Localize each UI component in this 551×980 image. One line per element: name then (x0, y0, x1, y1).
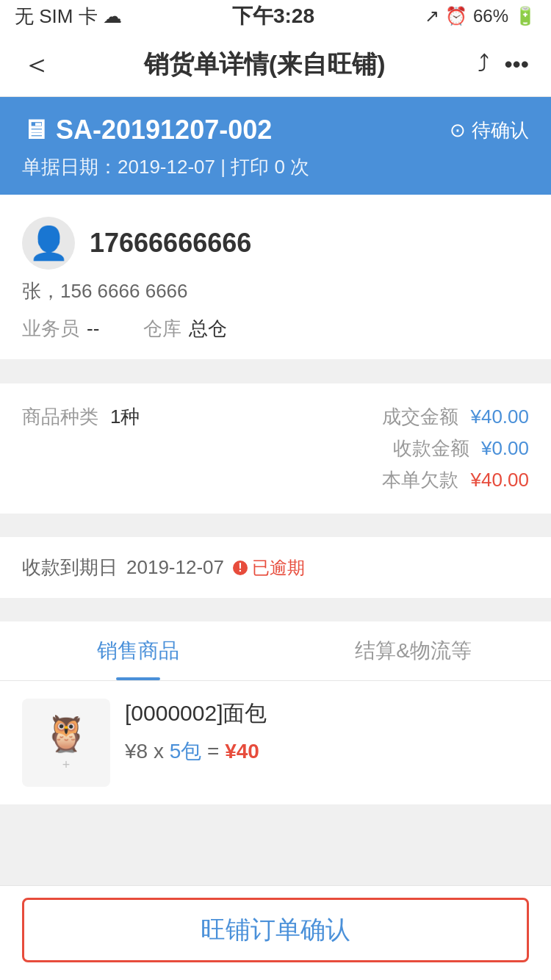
battery-icon: 🔋 (514, 6, 536, 26)
warehouse-value: 总仓 (189, 316, 227, 342)
due-section: 收款到期日 2019-12-07 ! 已逾期 (0, 537, 551, 598)
due-date: 2019-12-07 (126, 556, 224, 579)
warehouse-label: 仓库 (143, 316, 181, 342)
order-id: 🖥 SA-20191207-002 (22, 115, 272, 145)
product-info: [0000002]面包 ¥8 x 5包 = ¥40 (125, 699, 529, 765)
alarm-icon: ⏰ (445, 6, 467, 26)
tab-settlement[interactable]: 结算&物流等 (276, 621, 551, 680)
owed-label: 本单欠款 (382, 467, 458, 493)
receipt-label: 收款金额 (393, 436, 469, 461)
status-right: ↗ ⏰ 66% 🔋 (425, 6, 536, 26)
tabs-section: 销售商品 结算&物流等 🦉 + [0000002]面包 ¥8 x 5包 = ¥4… (0, 621, 551, 804)
status-bar: 无 SIM 卡 ☁ 下午3:28 ↗ ⏰ 66% 🔋 (0, 0, 551, 32)
confirm-order-button[interactable]: 旺铺订单确认 (22, 898, 529, 962)
overdue-badge: ! 已逾期 (233, 556, 305, 580)
battery-status: 66% (473, 6, 508, 26)
share-icon[interactable]: ⤴ (478, 51, 489, 78)
order-header: 🖥 SA-20191207-002 ⊙ 待确认 单据日期：2019-12-07 … (0, 97, 551, 195)
sales-label: 业务员 (22, 316, 79, 342)
status-left: 无 SIM 卡 ☁ (15, 4, 122, 29)
product-total: ¥40 (225, 740, 259, 763)
bottom-btn-container: 旺铺订单确认 (0, 885, 551, 980)
order-icon: 🖥 (22, 115, 48, 145)
product-type-label: 商品种类 (22, 404, 98, 430)
receipt-value: ¥0.00 (481, 437, 529, 460)
divider-1 (0, 360, 551, 372)
customer-section: 👤 17666666666 张，156 6666 6666 业务员 -- 仓库 … (0, 195, 551, 360)
status-text: 待确认 (472, 118, 529, 143)
divider-3 (0, 598, 551, 610)
product-item: 🦉 + [0000002]面包 ¥8 x 5包 = ¥40 (0, 681, 551, 804)
deal-value: ¥40.00 (470, 406, 529, 428)
clock-icon: ⊙ (450, 119, 466, 142)
nav-actions: ⤴ ••• (478, 51, 529, 78)
user-icon: 👤 (29, 224, 69, 262)
page-title: 销货单详情(来自旺铺) (144, 48, 386, 82)
status-time: 下午3:28 (232, 2, 314, 30)
customer-name: 张，156 6666 6666 (22, 278, 529, 304)
tabs-bar: 销售商品 结算&物流等 (0, 621, 551, 681)
more-icon[interactable]: ••• (504, 51, 529, 78)
nav-bar: ＜ 销货单详情(来自旺铺) ⤴ ••• (0, 32, 551, 97)
tab-sales[interactable]: 销售商品 (0, 621, 276, 680)
overdue-icon: ! (233, 561, 248, 575)
customer-phone: 17666666666 (90, 228, 251, 259)
due-label: 收款到期日 (22, 555, 118, 580)
summary-section: 商品种类 1种 成交金额 ¥40.00 收款金额 ¥0.00 本单欠款 ¥40.… (0, 383, 551, 514)
overdue-text: 已逾期 (252, 556, 305, 580)
product-price-row: ¥8 x 5包 = ¥40 (125, 738, 529, 765)
product-logo-plus: + (62, 757, 71, 773)
status-tag: ⊙ 待确认 (450, 118, 529, 143)
product-logo-icon: 🦉 (44, 713, 88, 754)
divider-2 (0, 514, 551, 525)
product-qty: 5包 (170, 740, 202, 763)
product-image: 🦉 + (22, 699, 110, 787)
owed-value: ¥40.00 (470, 469, 529, 491)
customer-meta: 业务员 -- 仓库 总仓 (22, 316, 529, 342)
deal-label: 成交金额 (382, 404, 458, 430)
order-meta: 单据日期：2019-12-07 | 打印 0 次 (22, 154, 529, 180)
sim-status: 无 SIM 卡 ☁ (15, 4, 122, 29)
back-button[interactable]: ＜ (22, 44, 51, 84)
product-name: [0000002]面包 (125, 699, 529, 729)
sales-value: -- (87, 317, 99, 340)
product-type-value: 1种 (110, 404, 140, 430)
avatar: 👤 (22, 217, 75, 270)
location-icon: ↗ (425, 6, 439, 26)
